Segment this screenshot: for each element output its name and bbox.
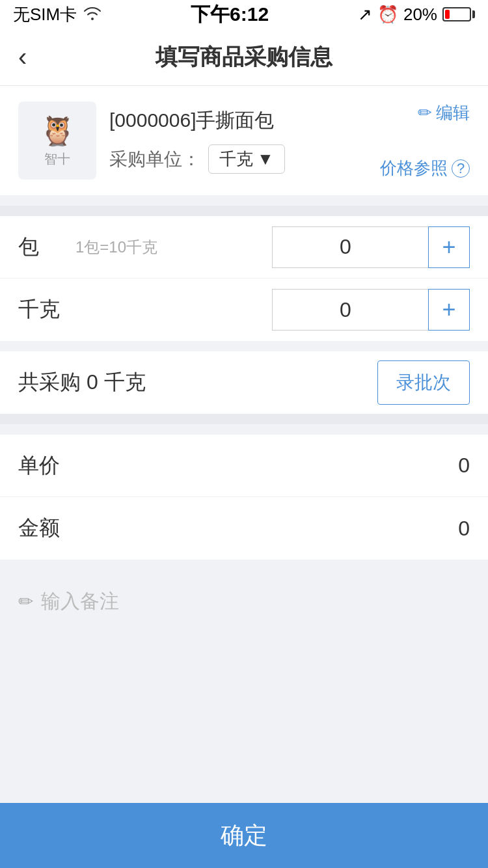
input-section: 包 1包=10千克 + 千克 + <box>0 216 488 341</box>
unit-select[interactable]: 千克 ▼ <box>208 144 285 174</box>
unit-value: 千克 <box>219 148 253 170</box>
amount-value: 0 <box>458 517 470 541</box>
package-label: 包 <box>18 233 70 262</box>
package-plus-button[interactable]: + <box>428 226 470 268</box>
amount-label: 金额 <box>18 514 60 543</box>
battery-percentage: 20% <box>403 5 437 25</box>
carrier-label: 无SIM卡 <box>13 3 77 26</box>
status-left: 无SIM卡 <box>13 3 102 26</box>
unit-label: 采购单位： <box>109 147 200 172</box>
batch-button[interactable]: 录批次 <box>377 360 470 405</box>
kilogram-input[interactable] <box>272 289 428 331</box>
remark-placeholder: 输入备注 <box>41 588 119 615</box>
kilogram-input-wrap: + <box>70 289 470 331</box>
remark-section[interactable]: ✏ 输入备注 <box>0 570 488 633</box>
summary-text: 共采购 0 千克 <box>18 368 146 397</box>
edit-label: 编辑 <box>436 102 470 124</box>
status-right: ↗ ⏰ 20% <box>358 5 475 25</box>
kilogram-plus-button[interactable]: + <box>428 289 470 331</box>
edit-icon: ✏ <box>418 103 432 123</box>
summary-section: 共采购 0 千克 录批次 <box>0 351 488 414</box>
product-owl-icon: 🦉 <box>40 114 75 148</box>
unit-price-row: 单价 0 <box>0 435 488 497</box>
edit-button[interactable]: ✏ 编辑 <box>418 102 470 124</box>
section-divider-1 <box>0 206 488 216</box>
unit-dropdown-icon: ▼ <box>257 149 274 169</box>
summary-row: 共采购 0 千克 录批次 <box>0 351 488 414</box>
unit-price-value: 0 <box>458 454 470 478</box>
package-input-wrap: + <box>157 226 470 268</box>
package-input[interactable] <box>272 226 428 268</box>
bottom-space <box>0 633 488 763</box>
product-name: [0000006]手撕面包 <box>109 107 470 134</box>
package-input-row: 包 1包=10千克 + <box>0 216 488 278</box>
location-icon: ↗ <box>358 5 372 25</box>
nav-bar: ‹ 填写商品采购信息 <box>0 29 488 86</box>
product-image: 🦉 智十 <box>18 102 96 180</box>
battery-icon <box>442 7 475 21</box>
back-button[interactable]: ‹ <box>18 42 27 72</box>
alarm-icon: ⏰ <box>377 5 398 25</box>
page-title: 填写商品采购信息 <box>156 42 332 72</box>
package-sublabel: 1包=10千克 <box>75 237 157 258</box>
remark-icon: ✏ <box>18 591 33 612</box>
status-bar: 无SIM卡 下午6:12 ↗ ⏰ 20% <box>0 0 488 29</box>
help-icon: ? <box>452 159 470 178</box>
kilogram-input-row: 千克 + <box>0 278 488 341</box>
section-divider-2 <box>0 414 488 424</box>
product-brand-label: 智十 <box>44 150 70 168</box>
status-time: 下午6:12 <box>191 1 269 28</box>
confirm-button[interactable]: 确定 <box>0 803 488 868</box>
price-section: 单价 0 金额 0 <box>0 435 488 560</box>
product-card: 🦉 智十 [0000006]手撕面包 采购单位： 千克 ▼ ✏ 编辑 价格参照 … <box>0 86 488 195</box>
price-ref-label: 价格参照 <box>380 157 448 180</box>
kilogram-label: 千克 <box>18 295 70 324</box>
amount-row: 金额 0 <box>0 497 488 560</box>
wifi-icon <box>83 5 102 25</box>
price-ref-button[interactable]: 价格参照 ? <box>380 157 470 180</box>
unit-price-label: 单价 <box>18 452 60 480</box>
